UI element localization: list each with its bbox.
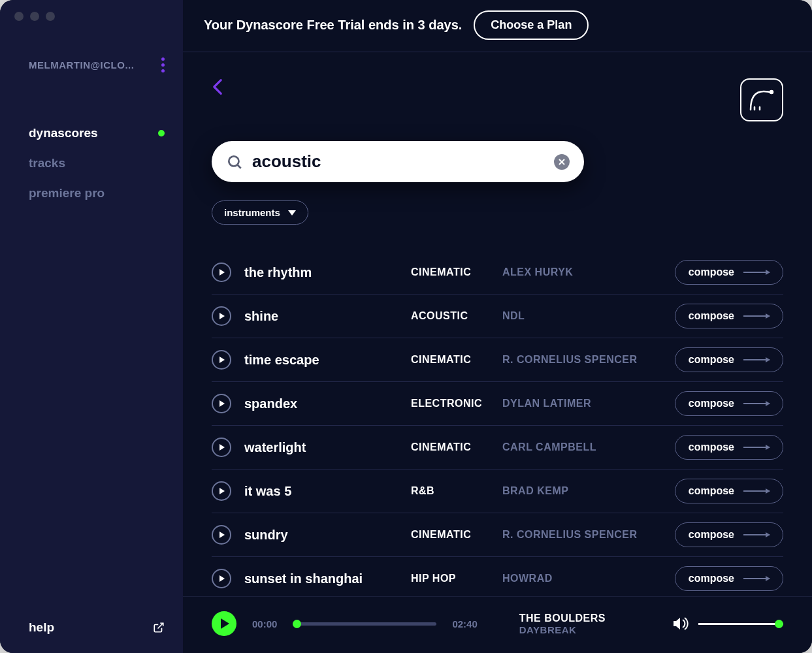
track-genre: CINEMATIC	[411, 529, 489, 541]
sidebar-item-dynascores[interactable]: dynascores	[0, 118, 183, 148]
arrow-right-icon	[743, 534, 770, 535]
play-icon	[219, 400, 225, 407]
sidebar-nav: dynascores tracks premiere pro	[0, 92, 183, 208]
track-title: sunset in shanghai	[244, 571, 398, 586]
search-field[interactable]	[212, 141, 584, 182]
time-total: 02:40	[452, 618, 477, 629]
track-artist: NDL	[502, 310, 662, 322]
track-genre: ACOUSTIC	[411, 310, 489, 322]
track-play-button[interactable]	[212, 569, 231, 588]
compose-button[interactable]: compose	[675, 260, 783, 285]
progress-handle-icon[interactable]	[293, 620, 301, 628]
maximize-window-icon[interactable]	[46, 12, 55, 21]
kebab-menu-icon[interactable]	[161, 57, 165, 72]
svg-line-0	[158, 623, 163, 628]
now-playing-title: THE BOULDERS	[519, 613, 606, 624]
track-list: the rhythmCINEMATICALEX HURYKcomposeshin…	[183, 225, 812, 596]
track-artist: R. CORNELIUS SPENCER	[502, 354, 662, 366]
svg-line-5	[238, 165, 241, 168]
compose-button[interactable]: compose	[675, 391, 783, 416]
track-artist: ALEX HURYK	[502, 266, 662, 278]
arrow-right-icon	[743, 490, 770, 492]
track-title: the rhythm	[244, 265, 398, 280]
chevron-down-icon	[288, 210, 296, 215]
compose-button[interactable]: compose	[675, 566, 783, 591]
arrow-right-icon	[743, 272, 770, 273]
compose-button[interactable]: compose	[675, 304, 783, 328]
track-row: sundryCINEMATICR. CORNELIUS SPENCERcompo…	[212, 513, 783, 557]
compose-label: compose	[689, 354, 734, 366]
back-chevron-icon[interactable]	[212, 78, 223, 100]
volume-handle-icon[interactable]	[775, 620, 783, 628]
play-icon	[219, 532, 225, 538]
track-genre: CINEMATIC	[411, 266, 489, 278]
compose-label: compose	[689, 485, 734, 497]
compose-button[interactable]: compose	[675, 347, 783, 372]
compose-button[interactable]: compose	[675, 522, 783, 547]
track-genre: HIP HOP	[411, 573, 489, 584]
instruments-filter-button[interactable]: instruments	[212, 200, 308, 225]
minimize-window-icon[interactable]	[30, 12, 39, 21]
arrow-right-icon	[743, 315, 770, 317]
compose-button[interactable]: compose	[675, 479, 783, 503]
track-play-button[interactable]	[212, 263, 231, 282]
track-artist: CARL CAMPBELL	[502, 441, 662, 453]
track-row: shineACOUSTICNDLcompose	[212, 295, 783, 338]
sidebar-item-premiere-pro[interactable]: premiere pro	[0, 178, 183, 208]
arrow-right-icon	[743, 403, 770, 404]
arrow-right-icon	[743, 447, 770, 448]
close-window-icon[interactable]	[14, 12, 24, 21]
sidebar-item-label: dynascores	[29, 126, 98, 140]
trial-message: Your Dynascore Free Trial ends in 3 days…	[204, 18, 462, 33]
track-play-button[interactable]	[212, 481, 231, 501]
track-play-button[interactable]	[212, 394, 231, 413]
sidebar: MELMARTIN@ICLO... dynascores tracks prem…	[0, 0, 183, 653]
track-artist: BRAD KEMP	[502, 485, 662, 497]
main-content: Your Dynascore Free Trial ends in 3 days…	[183, 0, 812, 653]
sidebar-item-label: tracks	[29, 156, 65, 170]
track-row: the rhythmCINEMATICALEX HURYKcompose	[212, 251, 783, 295]
play-icon	[221, 618, 229, 629]
search-icon	[226, 153, 243, 170]
track-play-button[interactable]	[212, 350, 231, 370]
help-label: help	[29, 620, 54, 635]
sidebar-item-label: premiere pro	[29, 186, 105, 200]
play-icon	[219, 269, 225, 276]
app-window: MELMARTIN@ICLO... dynascores tracks prem…	[0, 0, 812, 653]
track-genre: ELECTRONIC	[411, 398, 489, 409]
arrow-right-icon	[743, 359, 770, 360]
external-link-icon	[153, 622, 165, 633]
filter-label: instruments	[224, 207, 280, 218]
track-title: shine	[244, 309, 398, 324]
track-title: waterlight	[244, 440, 398, 455]
volume-icon[interactable]	[672, 616, 689, 631]
compose-label: compose	[689, 529, 734, 541]
clear-search-icon[interactable]	[554, 154, 570, 170]
play-button[interactable]	[212, 611, 236, 636]
search-input[interactable]	[252, 151, 545, 172]
compose-label: compose	[689, 441, 734, 453]
compose-label: compose	[689, 310, 734, 322]
content-header	[183, 52, 812, 121]
svg-point-1	[770, 91, 773, 93]
track-artist: HOWRAD	[502, 573, 662, 584]
choose-plan-button[interactable]: Choose a Plan	[474, 10, 589, 40]
help-link[interactable]: help	[0, 605, 183, 653]
play-icon	[219, 488, 225, 494]
now-playing-artist: DAYBREAK	[519, 624, 606, 635]
track-genre: R&B	[411, 485, 489, 497]
play-icon	[219, 575, 225, 582]
progress-slider[interactable]	[293, 622, 436, 626]
track-row: time escapeCINEMATICR. CORNELIUS SPENCER…	[212, 338, 783, 382]
compose-button[interactable]: compose	[675, 435, 783, 460]
active-indicator-icon	[158, 130, 165, 136]
track-title: spandex	[244, 396, 398, 411]
track-play-button[interactable]	[212, 525, 231, 545]
track-artist: DYLAN LATIMER	[502, 398, 662, 409]
svg-marker-9	[674, 618, 680, 629]
track-play-button[interactable]	[212, 438, 231, 457]
track-row: sunset in shanghaiHIP HOPHOWRADcompose	[212, 557, 783, 596]
sidebar-item-tracks[interactable]: tracks	[0, 148, 183, 178]
track-play-button[interactable]	[212, 306, 231, 326]
volume-slider[interactable]	[698, 623, 783, 625]
